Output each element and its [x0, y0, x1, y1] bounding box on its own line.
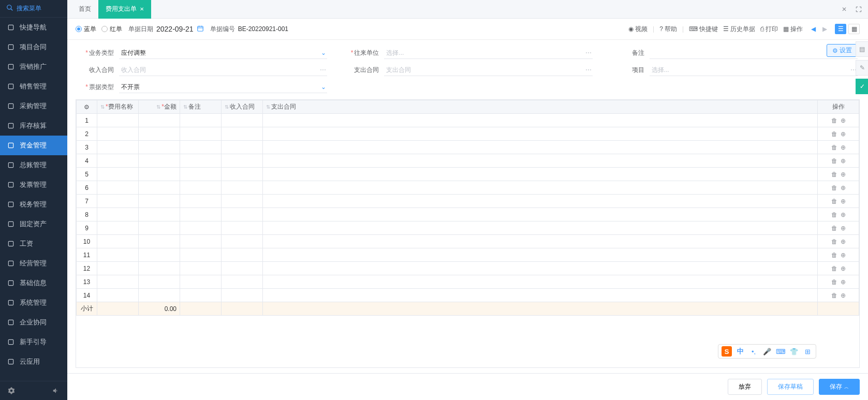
cell-income[interactable] [222, 114, 263, 127]
col-gear[interactable]: ⚙ [77, 100, 97, 114]
next-icon[interactable]: ▶ [819, 24, 830, 34]
delete-icon[interactable]: 🗑 [831, 171, 837, 178]
sidebar-item-4[interactable]: 采购管理 [0, 96, 67, 116]
cell-income[interactable] [222, 248, 263, 262]
help-link[interactable]: ?帮助 [659, 25, 677, 34]
sidebar-item-3[interactable]: 销售管理 [0, 77, 67, 96]
add-row-icon[interactable]: ⊕ [841, 225, 846, 232]
blue-bill-radio[interactable]: 蓝单 [76, 25, 96, 34]
table-row[interactable]: 8🗑⊕ [77, 208, 859, 221]
cell-remark[interactable] [180, 208, 222, 221]
table-row[interactable]: 7🗑⊕ [77, 195, 859, 208]
cell-name[interactable] [97, 262, 139, 275]
delete-icon[interactable]: 🗑 [831, 130, 837, 138]
table-row[interactable]: 12🗑⊕ [77, 262, 859, 275]
more-icon[interactable]: ⋯ [320, 66, 326, 73]
cell-remark[interactable] [180, 181, 222, 195]
add-row-icon[interactable]: ⊕ [841, 117, 846, 124]
table-row[interactable]: 13🗑⊕ [77, 275, 859, 289]
col-expense[interactable]: ⇅支出合同 [263, 100, 818, 114]
cell-income[interactable] [222, 168, 263, 181]
view-list-icon[interactable]: ☰ [835, 24, 846, 34]
cell-expense[interactable] [263, 181, 818, 195]
add-row-icon[interactable]: ⊕ [841, 184, 846, 191]
cell-remark[interactable] [180, 195, 222, 208]
tab-1[interactable]: 费用支出单✕ [98, 0, 151, 19]
partner-input[interactable] [384, 47, 592, 59]
cell-name[interactable] [97, 235, 139, 248]
add-row-icon[interactable]: ⊕ [841, 265, 846, 272]
cell-income[interactable] [222, 195, 263, 208]
biz-type-select[interactable] [119, 47, 327, 59]
red-bill-radio[interactable]: 红单 [101, 25, 122, 34]
sidebar-item-7[interactable]: 总账管理 [0, 155, 67, 175]
table-row[interactable]: 4🗑⊕ [77, 154, 859, 168]
rail-check-icon[interactable]: ✓ [856, 79, 868, 94]
cell-amount[interactable] [139, 154, 180, 168]
sidebar-item-13[interactable]: 基础信息 [0, 273, 67, 293]
table-row[interactable]: 6🗑⊕ [77, 181, 859, 195]
cell-amount[interactable] [139, 114, 180, 127]
sidebar-item-2[interactable]: 营销推广 [0, 57, 67, 77]
add-row-icon[interactable]: ⊕ [841, 238, 846, 245]
col-amount[interactable]: ⇅*金额 [139, 100, 180, 114]
cell-name[interactable] [97, 195, 139, 208]
table-row[interactable]: 11🗑⊕ [77, 248, 859, 262]
cell-amount[interactable] [139, 275, 180, 289]
cell-remark[interactable] [180, 275, 222, 289]
ime-toolbox-icon[interactable]: ⊞ [802, 346, 813, 357]
save-draft-button[interactable]: 保存草稿 [767, 379, 814, 395]
sidebar-item-0[interactable]: 快捷导航 [0, 18, 67, 37]
add-row-icon[interactable]: ⊕ [841, 211, 846, 218]
add-row-icon[interactable]: ⊕ [841, 198, 846, 205]
ops-link[interactable]: ▦操作 [783, 25, 803, 34]
cell-income[interactable] [222, 262, 263, 275]
cell-amount[interactable] [139, 141, 180, 154]
cell-income[interactable] [222, 289, 263, 302]
cell-name[interactable] [97, 154, 139, 168]
sidebar-item-16[interactable]: 新手引导 [0, 332, 67, 352]
cell-remark[interactable] [180, 289, 222, 302]
col-income[interactable]: ⇅收入合同 [222, 100, 263, 114]
cell-expense[interactable] [263, 289, 818, 302]
cell-remark[interactable] [180, 114, 222, 127]
cell-amount[interactable] [139, 181, 180, 195]
cell-amount[interactable] [139, 248, 180, 262]
cell-income[interactable] [222, 127, 263, 141]
cell-remark[interactable] [180, 262, 222, 275]
sidebar-item-8[interactable]: 发票管理 [0, 175, 67, 195]
view-grid-icon[interactable]: ▦ [848, 24, 860, 34]
ime-mic-icon[interactable]: 🎤 [762, 346, 772, 357]
invoice-type-select[interactable] [119, 81, 327, 93]
settings-button[interactable]: ⚙ 设置 [827, 44, 858, 57]
ime-skin-icon[interactable]: 👕 [789, 346, 799, 357]
table-row[interactable]: 5🗑⊕ [77, 168, 859, 181]
delete-icon[interactable]: 🗑 [831, 251, 837, 259]
ime-bar[interactable]: S 中 •, 🎤 ⌨ 👕 ⊞ [718, 344, 816, 359]
sidebar-item-12[interactable]: 经营管理 [0, 254, 67, 273]
fullscreen-icon[interactable] [854, 4, 864, 14]
cell-expense[interactable] [263, 248, 818, 262]
table-row[interactable]: 9🗑⊕ [77, 221, 859, 235]
delete-icon[interactable]: 🗑 [831, 238, 837, 245]
cell-name[interactable] [97, 168, 139, 181]
ime-lang[interactable]: 中 [735, 346, 745, 357]
cell-remark[interactable] [180, 127, 222, 141]
rail-note-icon[interactable]: ▤ [856, 41, 868, 57]
cell-name[interactable] [97, 127, 139, 141]
tab-0[interactable]: 首页 [71, 0, 98, 19]
rail-attach-icon[interactable]: ✎ [856, 60, 868, 76]
table-row[interactable]: 1🗑⊕ [77, 114, 859, 127]
cell-name[interactable] [97, 114, 139, 127]
cell-remark[interactable] [180, 235, 222, 248]
delete-icon[interactable]: 🗑 [831, 292, 837, 299]
delete-icon[interactable]: 🗑 [831, 265, 837, 272]
cell-name[interactable] [97, 289, 139, 302]
more-icon[interactable]: ⋯ [585, 49, 592, 56]
sidebar-item-6[interactable]: 资金管理 [0, 136, 67, 155]
sidebar-search[interactable]: 搜索菜单 [0, 0, 67, 18]
cell-amount[interactable] [139, 208, 180, 221]
delete-icon[interactable]: 🗑 [831, 211, 837, 218]
ime-punct-icon[interactable]: •, [748, 346, 759, 357]
cell-expense[interactable] [263, 168, 818, 181]
